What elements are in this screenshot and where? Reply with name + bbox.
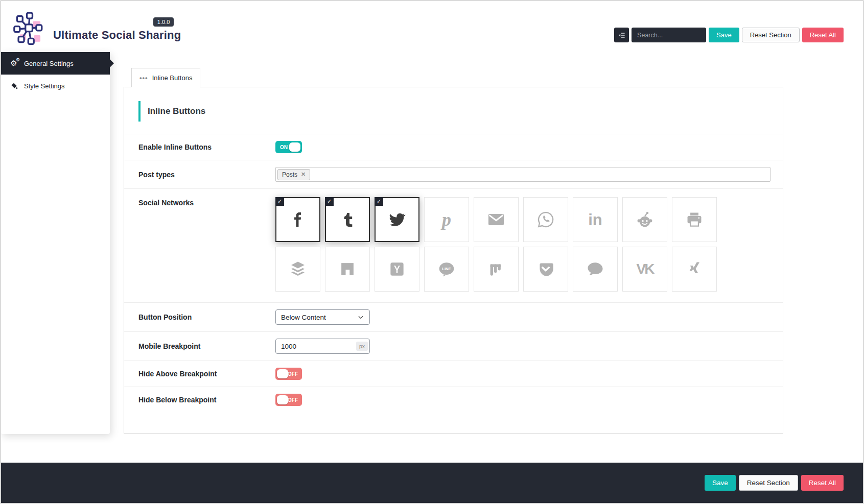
- main-content: ••• Inline Buttons Inline Buttons Enable…: [110, 52, 863, 434]
- paint-fill-icon: [9, 82, 18, 90]
- network-reddit[interactable]: [622, 197, 667, 242]
- network-xing[interactable]: [672, 247, 717, 292]
- gears-icon: ⚙⚙: [9, 60, 18, 67]
- setting-row-mobile-breakpoint: Mobile Breakpoint px: [124, 331, 783, 361]
- network-pinterest[interactable]: p: [424, 197, 469, 242]
- sidebar-item-label: Style Settings: [24, 82, 65, 90]
- xing-icon: [685, 259, 704, 279]
- reddit-icon: [635, 210, 655, 229]
- network-hacker-news[interactable]: [375, 247, 419, 292]
- setting-row-button-position: Button Position Below Content: [124, 302, 783, 331]
- sidebar-item-label: General Settings: [24, 60, 74, 67]
- line-icon: LINE: [437, 259, 456, 279]
- field-label: Mobile Breakpoint: [138, 342, 275, 350]
- field-label: Hide Above Breakpoint: [138, 370, 275, 378]
- ellipsis-icon: •••: [139, 74, 148, 82]
- sidebar: ⚙⚙ General Settings Style Settings: [1, 52, 110, 434]
- sidebar-item-style-settings[interactable]: Style Settings: [1, 75, 110, 97]
- settings-card: Inline Buttons Enable Inline Buttons ON …: [124, 87, 783, 434]
- setting-row-social-networks: Social Networks ✓✓✓pinLINEVK: [124, 188, 783, 302]
- twitter-icon: [387, 210, 407, 229]
- network-tumblr[interactable]: ✓: [325, 197, 370, 242]
- post-types-input[interactable]: Posts ✕: [275, 167, 770, 182]
- app-logo-icon: [13, 12, 46, 47]
- pinterest-icon: p: [442, 210, 451, 229]
- app-window: 1.0.0 Ultimate Social Sharing Save Reset…: [1, 1, 863, 503]
- email-icon: [486, 210, 506, 229]
- network-comment[interactable]: [573, 247, 618, 292]
- network-whatsapp[interactable]: [523, 197, 568, 242]
- section-title: Inline Buttons: [138, 101, 770, 122]
- network-mix[interactable]: [474, 247, 519, 292]
- setting-row-enable-inline-buttons: Enable Inline Buttons ON: [124, 134, 783, 160]
- network-facebook[interactable]: ✓: [275, 197, 320, 242]
- post-type-tag: Posts ✕: [277, 169, 310, 180]
- reset-section-button[interactable]: Reset Section: [742, 28, 800, 42]
- flipboard-icon: [338, 259, 357, 279]
- search-input[interactable]: [632, 28, 706, 42]
- toggle-knob: [277, 395, 288, 404]
- setting-row-hide-above-breakpoint: Hide Above Breakpoint OFF: [124, 361, 783, 387]
- select-value: Below Content: [281, 314, 326, 321]
- footer-reset-section-button[interactable]: Reset Section: [739, 475, 798, 491]
- chevron-down-icon: [357, 314, 364, 321]
- field-label: Social Networks: [138, 196, 275, 207]
- remove-tag-icon[interactable]: ✕: [301, 171, 306, 178]
- vk-icon: VK: [637, 262, 653, 276]
- print-icon: [685, 210, 704, 229]
- footer: Save Reset Section Reset All: [1, 463, 863, 503]
- pocket-icon: [536, 259, 555, 279]
- button-position-select[interactable]: Below Content: [275, 309, 370, 325]
- toggle-knob: [289, 142, 300, 152]
- unit-badge: px: [356, 342, 368, 351]
- enable-inline-buttons-toggle[interactable]: ON: [275, 141, 302, 153]
- sidebar-item-general-settings[interactable]: ⚙⚙ General Settings: [1, 52, 110, 75]
- comment-icon: [586, 259, 605, 279]
- brand: 1.0.0 Ultimate Social Sharing: [1, 1, 181, 52]
- svg-text:LINE: LINE: [442, 267, 451, 271]
- network-print[interactable]: [672, 197, 717, 242]
- network-buffer[interactable]: [275, 247, 320, 292]
- checked-badge: ✓: [375, 197, 383, 206]
- footer-save-button[interactable]: Save: [705, 475, 736, 491]
- setting-row-hide-below-breakpoint: Hide Below Breakpoint OFF: [124, 387, 783, 413]
- network-flipboard[interactable]: [325, 247, 370, 292]
- tab-inline-buttons[interactable]: ••• Inline Buttons: [131, 68, 200, 87]
- reset-all-button[interactable]: Reset All: [802, 28, 844, 42]
- field-label: Post types: [138, 171, 275, 179]
- header: 1.0.0 Ultimate Social Sharing Save Reset…: [1, 1, 863, 52]
- tumblr-icon: [338, 210, 357, 229]
- network-line[interactable]: LINE: [424, 247, 469, 292]
- checked-badge: ✓: [275, 197, 284, 206]
- hacker-news-icon: [387, 259, 407, 279]
- social-networks-grid: ✓✓✓pinLINEVK: [275, 196, 717, 296]
- save-button[interactable]: Save: [709, 28, 739, 42]
- tag-label: Posts: [282, 171, 297, 178]
- network-twitter[interactable]: ✓: [375, 197, 419, 242]
- app-title: Ultimate Social Sharing: [53, 29, 181, 42]
- hide-below-breakpoint-toggle[interactable]: OFF: [275, 394, 302, 406]
- linkedin-icon: in: [588, 212, 602, 228]
- toggle-knob: [277, 369, 288, 378]
- facebook-icon: [288, 210, 308, 229]
- panel-toggle-button[interactable]: [614, 28, 629, 42]
- network-pocket[interactable]: [523, 247, 568, 292]
- buffer-icon: [288, 259, 308, 279]
- version-badge: 1.0.0: [153, 17, 174, 27]
- header-actions: Save Reset Section Reset All: [614, 18, 844, 52]
- tab-label: Inline Buttons: [152, 74, 193, 82]
- network-vk[interactable]: VK: [622, 247, 667, 292]
- setting-row-post-types: Post types Posts ✕: [124, 160, 783, 188]
- field-label: Hide Below Breakpoint: [138, 396, 275, 404]
- hide-above-breakpoint-toggle[interactable]: OFF: [275, 368, 302, 380]
- checked-badge: ✓: [325, 197, 334, 206]
- footer-reset-all-button[interactable]: Reset All: [801, 475, 844, 491]
- body-area: ⚙⚙ General Settings Style Settings ••• I…: [1, 52, 863, 463]
- active-item-arrow: [110, 59, 114, 67]
- field-label: Button Position: [138, 313, 275, 321]
- field-label: Enable Inline Buttons: [138, 143, 275, 151]
- mix-icon: [486, 259, 506, 279]
- network-email[interactable]: [474, 197, 519, 242]
- outdent-icon: [618, 31, 626, 39]
- network-linkedin[interactable]: in: [573, 197, 618, 242]
